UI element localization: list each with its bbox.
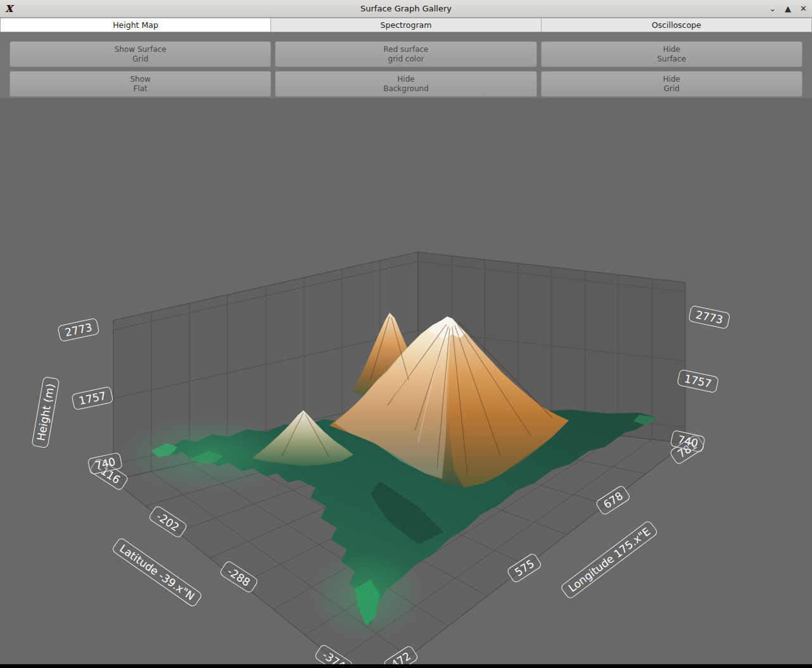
hide-background-button[interactable]: HideBackground xyxy=(275,71,536,97)
tab-bar: Height Map Spectrogram Oscilloscope xyxy=(0,18,812,32)
tab-spectrogram[interactable]: Spectrogram xyxy=(271,18,542,32)
tab-oscilloscope[interactable]: Oscilloscope xyxy=(542,18,812,32)
maximize-icon[interactable]: ▲ xyxy=(785,0,791,18)
close-icon[interactable]: ✕ xyxy=(800,0,807,18)
show-flat-button[interactable]: ShowFlat xyxy=(10,71,271,97)
window-bottom-edge xyxy=(0,664,812,668)
button-panel: Show SurfaceGrid Red surfacegrid color H… xyxy=(0,32,812,98)
tab-height-map[interactable]: Height Map xyxy=(0,18,271,32)
window-title: Surface Graph Gallery xyxy=(0,4,812,13)
red-surface-grid-color-button[interactable]: Red surfacegrid color xyxy=(275,41,536,67)
app-window: X Surface Graph Gallery ⌄ ▲ ✕ Height Map… xyxy=(0,0,812,668)
title-bar: X Surface Graph Gallery ⌄ ▲ ✕ xyxy=(0,0,812,18)
hide-grid-button[interactable]: HideGrid xyxy=(541,71,802,97)
show-surface-grid-button[interactable]: Show SurfaceGrid xyxy=(10,41,271,67)
surface-chart-viewport[interactable]: Height (m) 2773 1757 -116 740 2773 1757 … xyxy=(0,98,812,664)
shade-icon[interactable]: ⌄ xyxy=(769,0,776,18)
hide-surface-button[interactable]: HideSurface xyxy=(541,41,802,67)
